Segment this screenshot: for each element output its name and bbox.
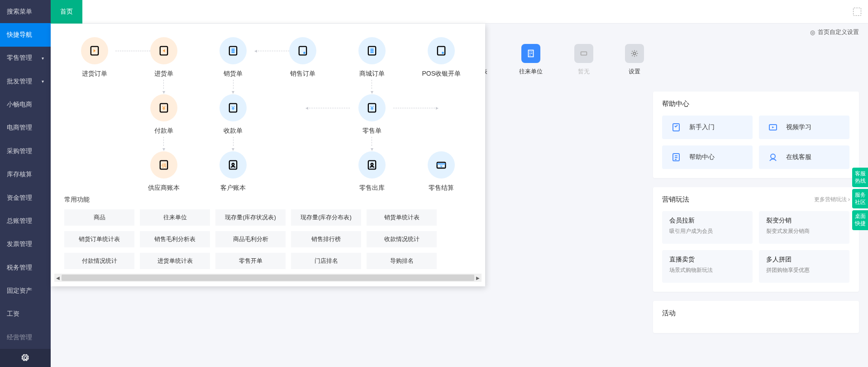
- sidebar-item-tax[interactable]: 税务管理: [0, 256, 51, 279]
- flow-node-mall-order[interactable]: 商城订单: [337, 37, 406, 78]
- arrow-icon: [162, 80, 166, 95]
- quick-icon-settings[interactable]: 设置: [625, 44, 644, 76]
- help-item-helpcenter[interactable]: 帮助中心: [662, 145, 753, 169]
- sidebar-item-salary[interactable]: 工资: [0, 303, 51, 326]
- clipboard-icon: [669, 121, 683, 134]
- flow-node-payment[interactable]: ¥ 付款单: [129, 94, 198, 135]
- scroll-right-icon[interactable]: ▶: [474, 274, 482, 282]
- arrow-icon: [305, 106, 351, 110]
- custom-setting-link[interactable]: ◎ 首页自定义设置: [810, 28, 859, 36]
- common-btn[interactable]: 现存量(库存分布表): [291, 209, 361, 226]
- float-btn-hotline[interactable]: 客服热线: [852, 168, 868, 187]
- promo-item-member[interactable]: 会员拉新吸引用户成为会员: [662, 211, 753, 244]
- flow-node-supplier-ledger[interactable]: 供 供应商账本: [129, 151, 198, 192]
- common-btn[interactable]: 商品毛利分析: [215, 231, 286, 247]
- sidebar-item-xiaochang[interactable]: 小畅电商: [0, 93, 51, 116]
- list-icon: [219, 37, 247, 64]
- wallet-icon: ¥: [428, 151, 455, 179]
- sidebar-item-assets[interactable]: 固定资产: [0, 279, 51, 302]
- promo-item-group[interactable]: 多人拼团拼团购物享受优惠: [759, 250, 849, 283]
- sidebar-item-operations[interactable]: 经营管理: [0, 326, 51, 349]
- right-column: 帮助中心 新手入门 视频学习 帮助中心 在线客服 营销玩法 更多营销玩法 › 会…: [653, 92, 859, 333]
- flow-node-customer-ledger[interactable]: 客户账本: [199, 151, 268, 192]
- flow-node-pos[interactable]: POS收银开单: [407, 37, 476, 78]
- flow-node-purchase[interactable]: 进货单: [129, 37, 198, 78]
- fullscreen-icon[interactable]: [853, 8, 861, 16]
- help-item-support[interactable]: 在线客服: [759, 145, 849, 169]
- common-btn[interactable]: 导购排名: [367, 253, 437, 269]
- doc-out-icon: [150, 37, 177, 64]
- float-buttons: 客服热线 服务社区 桌面快捷: [852, 168, 868, 230]
- help-item-beginner[interactable]: 新手入门: [662, 116, 753, 139]
- svg-rect-1: [529, 50, 534, 57]
- svg-rect-4: [673, 124, 679, 131]
- sidebar-item-inventory[interactable]: 库存核算: [0, 163, 51, 186]
- svg-rect-11: [299, 47, 306, 55]
- common-btn[interactable]: 销售毛利分析表: [140, 231, 210, 247]
- svg-rect-2: [581, 52, 587, 55]
- sidebar-settings[interactable]: [0, 349, 51, 367]
- common-title: 常用功能: [64, 196, 472, 204]
- arrow-icon: [231, 80, 235, 95]
- arrow-icon: [231, 137, 235, 152]
- gear-icon: [21, 354, 29, 362]
- customer-icon: [358, 151, 386, 179]
- common-btn[interactable]: 销货单统计表: [367, 209, 437, 226]
- svg-text:¥: ¥: [440, 164, 443, 169]
- flow-node-sales-order[interactable]: 销售订单: [268, 37, 337, 78]
- common-btn[interactable]: 进货单统计表: [140, 253, 210, 269]
- sidebar-item-funds[interactable]: 资金管理: [0, 186, 51, 209]
- doc-icon: [669, 150, 683, 164]
- more-link[interactable]: 更多营销玩法 ›: [814, 196, 850, 203]
- sidebar-item-search[interactable]: 搜索菜单: [0, 0, 51, 23]
- sidebar-item-retail[interactable]: 零售管理▾: [0, 47, 51, 70]
- common-btn[interactable]: 销货订单统计表: [64, 231, 134, 247]
- doc-in-icon: [81, 37, 108, 64]
- common-btn[interactable]: 门店排名: [291, 253, 361, 269]
- card-title: 帮助中心: [662, 100, 850, 108]
- svg-point-15: [442, 52, 444, 54]
- scroll-left-icon[interactable]: ◀: [54, 274, 62, 282]
- flow-node-retail-out[interactable]: 零售出库: [337, 151, 406, 192]
- common-btn[interactable]: 收款情况统计: [367, 231, 437, 247]
- sidebar-item-wholesale[interactable]: 批发管理▾: [0, 70, 51, 93]
- quick-icons-row: 现金流量表 往来单位 暂无 设置: [458, 44, 644, 76]
- svg-point-7: [771, 154, 775, 159]
- scroll-thumb[interactable]: [62, 275, 474, 281]
- horizontal-scrollbar[interactable]: ◀ ▶: [54, 274, 482, 282]
- common-btn[interactable]: 商品: [64, 209, 134, 226]
- promo-item-fission[interactable]: 裂变分销裂变式发展分销商: [759, 211, 849, 244]
- placeholder-icon: [574, 44, 593, 63]
- float-btn-desktop[interactable]: 桌面快捷: [852, 210, 868, 230]
- tab-home[interactable]: 首页: [51, 0, 82, 24]
- sidebar-item-ecommerce[interactable]: 电商管理: [0, 116, 51, 140]
- flow-node-retail-settle[interactable]: ¥ 零售结算: [407, 151, 476, 192]
- customer-icon: [219, 151, 247, 179]
- flow-node-receipt[interactable]: ¥ 收款单: [199, 94, 268, 135]
- common-btn[interactable]: 往来单位: [140, 209, 210, 226]
- flow-node-purchase-order[interactable]: 进货订单: [60, 37, 129, 78]
- common-btn[interactable]: 付款情况统计: [64, 253, 134, 269]
- sidebar-item-invoice[interactable]: 发票管理: [0, 233, 51, 256]
- promo-item-live[interactable]: 直播卖货场景式购物新玩法: [662, 250, 753, 283]
- arrow-icon: [370, 80, 374, 95]
- quick-icon-empty[interactable]: 暂无: [574, 44, 593, 76]
- flow-node-sales[interactable]: 销货单: [199, 37, 268, 78]
- help-item-video[interactable]: 视频学习: [759, 116, 849, 139]
- common-btn[interactable]: 零售开单: [215, 253, 286, 269]
- activity-card: 活动: [653, 301, 859, 333]
- sidebar-item-ledger[interactable]: 总账管理: [0, 209, 51, 232]
- money-icon: ¥: [358, 94, 386, 121]
- common-btn[interactable]: 现存量(库存状况表): [215, 209, 286, 226]
- sidebar: 搜索菜单 快捷导航 零售管理▾ 批发管理▾ 小畅电商 电商管理 采购管理 库存核…: [0, 0, 51, 367]
- caret-icon: ▾: [42, 79, 44, 84]
- sidebar-item-purchase[interactable]: 采购管理: [0, 140, 51, 163]
- svg-point-27: [371, 164, 373, 166]
- target-icon: ◎: [810, 29, 815, 36]
- common-btn[interactable]: 销售排行榜: [291, 231, 361, 247]
- float-btn-community[interactable]: 服务社区: [852, 189, 868, 208]
- sidebar-item-quicknav[interactable]: 快捷导航: [0, 23, 51, 46]
- flow-node-retail[interactable]: ¥ 零售单: [337, 94, 406, 135]
- quick-icon-units[interactable]: 往来单位: [519, 44, 543, 76]
- arrow-icon: [162, 137, 166, 152]
